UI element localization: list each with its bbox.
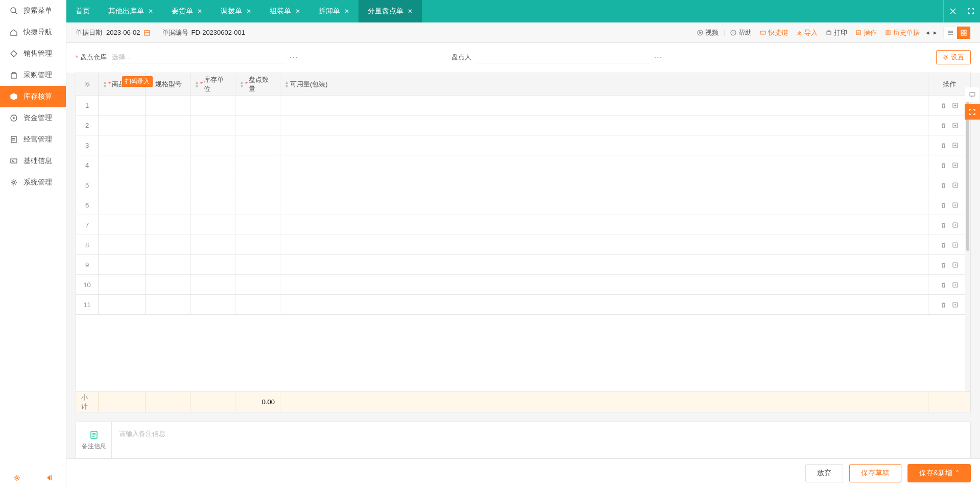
cell-available[interactable] bbox=[280, 195, 928, 215]
cell-spec[interactable] bbox=[146, 96, 190, 115]
sidebar-item-quicknav[interactable]: 快捷导航 bbox=[0, 21, 66, 43]
close-all-tabs-icon[interactable] bbox=[943, 0, 962, 22]
cell-qty[interactable] bbox=[235, 135, 280, 155]
cell-spec[interactable] bbox=[146, 175, 190, 195]
settings-button[interactable]: 设置 bbox=[936, 50, 971, 64]
cell-available[interactable] bbox=[280, 135, 928, 155]
table-row[interactable]: 10 bbox=[76, 275, 970, 295]
col-config[interactable] bbox=[76, 73, 99, 95]
cell-spec[interactable] bbox=[146, 295, 190, 314]
operate-link[interactable]: 操作 bbox=[852, 28, 880, 37]
add-row-icon[interactable] bbox=[952, 142, 959, 149]
hotkey-link[interactable]: 快捷键 bbox=[757, 28, 791, 37]
print-link[interactable]: 打印 bbox=[823, 28, 850, 37]
table-row[interactable]: 8 bbox=[76, 235, 970, 255]
delete-row-icon[interactable] bbox=[940, 122, 947, 129]
cell-qty[interactable] bbox=[235, 195, 280, 215]
cell-spec[interactable] bbox=[146, 215, 190, 235]
cell-qty[interactable] bbox=[235, 175, 280, 195]
cell-qty[interactable] bbox=[235, 215, 280, 235]
sidebar-item-system[interactable]: 系统管理 bbox=[0, 172, 66, 193]
close-icon[interactable]: ✕ bbox=[246, 8, 251, 15]
cell-qty[interactable] bbox=[235, 155, 280, 175]
sidebar-item-search-menu[interactable]: 搜索菜单 bbox=[0, 0, 66, 21]
close-icon[interactable]: ✕ bbox=[344, 8, 349, 15]
close-icon[interactable]: ✕ bbox=[148, 8, 153, 15]
cell-unit[interactable] bbox=[190, 96, 235, 115]
delete-row-icon[interactable] bbox=[940, 242, 947, 248]
date-value[interactable]: 2023-06-02 bbox=[106, 29, 140, 36]
table-row[interactable]: 2 bbox=[76, 115, 970, 135]
next-doc-icon[interactable]: ▸ bbox=[933, 29, 938, 36]
cell-available[interactable] bbox=[280, 115, 928, 135]
close-icon[interactable]: ✕ bbox=[197, 8, 202, 15]
expand-icon[interactable] bbox=[965, 104, 980, 120]
cell-qty[interactable] bbox=[235, 295, 280, 314]
cell-qty[interactable] bbox=[235, 235, 280, 254]
cell-product[interactable] bbox=[99, 155, 146, 175]
cell-spec[interactable] bbox=[146, 275, 190, 294]
tab-partial-inventory[interactable]: 分量盘点单✕ bbox=[358, 0, 422, 22]
add-row-icon[interactable] bbox=[952, 282, 959, 288]
prev-doc-icon[interactable]: ◂ bbox=[925, 29, 930, 36]
cell-spec[interactable] bbox=[146, 135, 190, 155]
close-icon[interactable]: ✕ bbox=[408, 8, 413, 15]
table-row[interactable]: 1 bbox=[76, 96, 970, 115]
cell-product[interactable] bbox=[99, 255, 146, 274]
cell-qty[interactable] bbox=[235, 115, 280, 135]
add-row-icon[interactable] bbox=[952, 202, 959, 208]
import-link[interactable]: 导入 bbox=[793, 28, 821, 37]
save-and-new-button[interactable]: 保存&新增˄ bbox=[907, 464, 971, 482]
cell-product[interactable] bbox=[99, 195, 146, 215]
cell-spec[interactable] bbox=[146, 115, 190, 135]
cell-unit[interactable] bbox=[190, 195, 235, 215]
col-unit[interactable]: ▴▾*库存单位 bbox=[190, 73, 235, 95]
cell-available[interactable] bbox=[280, 215, 928, 235]
cell-available[interactable] bbox=[280, 235, 928, 254]
help-link[interactable]: ?帮助 bbox=[727, 28, 755, 37]
settings-icon[interactable] bbox=[13, 474, 21, 482]
tab-other-outbound[interactable]: 其他出库单✕ bbox=[99, 0, 162, 22]
collapse-icon[interactable] bbox=[45, 474, 53, 482]
table-row[interactable]: 9 bbox=[76, 255, 970, 275]
save-draft-button[interactable]: 保存草稿 bbox=[849, 464, 901, 482]
warehouse-picker-icon[interactable]: ··· bbox=[290, 54, 298, 61]
add-row-icon[interactable] bbox=[952, 182, 959, 189]
cell-spec[interactable] bbox=[146, 255, 190, 274]
feedback-icon[interactable] bbox=[965, 87, 980, 102]
cell-available[interactable] bbox=[280, 175, 928, 195]
person-input[interactable] bbox=[476, 51, 650, 63]
add-row-icon[interactable] bbox=[952, 242, 959, 248]
table-row[interactable]: 5 bbox=[76, 175, 970, 195]
add-row-icon[interactable] bbox=[952, 102, 959, 109]
sidebar-item-funds[interactable]: 资金管理 bbox=[0, 107, 66, 129]
view-list-icon[interactable] bbox=[944, 27, 957, 39]
add-row-icon[interactable] bbox=[952, 222, 959, 228]
delete-row-icon[interactable] bbox=[940, 182, 947, 189]
cell-spec[interactable] bbox=[146, 195, 190, 215]
add-row-icon[interactable] bbox=[952, 162, 959, 169]
cell-product[interactable] bbox=[99, 235, 146, 254]
delete-row-icon[interactable] bbox=[940, 142, 947, 149]
cell-unit[interactable] bbox=[190, 115, 235, 135]
discard-button[interactable]: 放弃 bbox=[805, 464, 843, 482]
sidebar-item-operation[interactable]: 经营管理 bbox=[0, 129, 66, 150]
sort-icon[interactable]: ▴▾ bbox=[241, 80, 243, 88]
cell-product[interactable] bbox=[99, 135, 146, 155]
sort-icon[interactable]: ▴▾ bbox=[104, 80, 106, 88]
view-card-icon[interactable] bbox=[957, 27, 970, 39]
close-icon[interactable]: ✕ bbox=[295, 8, 300, 15]
table-row[interactable]: 4 bbox=[76, 155, 970, 175]
cell-unit[interactable] bbox=[190, 235, 235, 254]
cell-unit[interactable] bbox=[190, 175, 235, 195]
add-row-icon[interactable] bbox=[952, 302, 959, 308]
cell-unit[interactable] bbox=[190, 135, 235, 155]
sort-icon[interactable]: ▴▾ bbox=[196, 80, 198, 88]
tab-requisition[interactable]: 要货单✕ bbox=[162, 0, 211, 22]
cell-unit[interactable] bbox=[190, 295, 235, 314]
warehouse-input[interactable] bbox=[112, 51, 285, 63]
cell-product[interactable] bbox=[99, 96, 146, 115]
remarks-input[interactable] bbox=[112, 422, 970, 458]
sidebar-item-inventory[interactable]: 库存核算 bbox=[0, 86, 66, 107]
person-picker-icon[interactable]: ··· bbox=[654, 54, 663, 61]
